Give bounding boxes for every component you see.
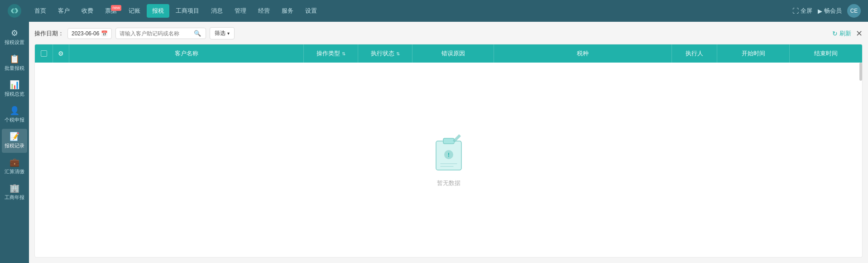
- top-nav: 首页客户收费票据new记账报税工商项目消息管理经营服务设置 ⛶ 全屏 ▶ 畅会员…: [0, 0, 868, 22]
- nav-right: ⛶ 全屏 ▶ 畅会员 CE: [792, 4, 861, 18]
- th-tax-type: 税种: [494, 44, 672, 63]
- sidebar-item-工商年报[interactable]: 🏢 工商年报: [2, 180, 27, 205]
- sidebar-label-批量报税: 批量报税: [5, 65, 24, 72]
- th-error-reason: 错误原因: [412, 44, 494, 63]
- filter-btn[interactable]: 筛选 ▾: [210, 27, 235, 39]
- th-start-time: 开始时间: [717, 44, 790, 63]
- nav-item-首页[interactable]: 首页: [29, 4, 52, 18]
- sidebar-icon-报税设置: ⚙: [11, 29, 18, 37]
- date-input[interactable]: 2023-06-06 📅: [67, 28, 112, 39]
- nav-item-服务[interactable]: 服务: [276, 4, 299, 18]
- sidebar-item-报税记录[interactable]: 📝 报税记录: [2, 129, 27, 153]
- refresh-label: 刷新: [839, 29, 851, 38]
- date-label: 操作日期：: [34, 29, 64, 38]
- sidebar-icon-汇算清缴: 💼: [10, 158, 19, 166]
- member-btn[interactable]: ▶ 畅会员: [818, 7, 842, 15]
- sidebar-icon-工商年报: 🏢: [10, 184, 19, 192]
- sidebar-icon-报税总览: 📊: [10, 81, 19, 89]
- nav-item-收费[interactable]: 收费: [76, 4, 99, 18]
- fullscreen-icon: ⛶: [792, 7, 799, 15]
- scroll-indicator[interactable]: [859, 63, 862, 81]
- sidebar-item-个税申报[interactable]: 👤 个税申报: [2, 103, 27, 127]
- sort-icon-op-type: ⇅: [342, 51, 345, 56]
- refresh-btn[interactable]: ↻ 刷新: [832, 29, 851, 38]
- th-executor: 执行人: [672, 44, 717, 63]
- nav-item-记账[interactable]: 记账: [123, 4, 146, 18]
- sidebar-label-个税申报: 个税申报: [5, 117, 24, 123]
- main-layout: ⚙ 报税设置 📋 批量报税 📊 报税总览 👤 个税申报 📝 报税记录 💼 汇算清…: [0, 22, 868, 263]
- nav-item-消息[interactable]: 消息: [206, 4, 228, 18]
- th-end-time: 结束时间: [790, 44, 862, 63]
- empty-text: 暂无数据: [437, 179, 460, 187]
- sidebar-item-报税总览[interactable]: 📊 报税总览: [2, 77, 27, 101]
- th-settings[interactable]: ⚙: [53, 44, 69, 63]
- header-checkbox[interactable]: [41, 50, 47, 57]
- toolbar: 操作日期： 2023-06-06 📅 🔍 筛选 ▾ ↻ 刷新 ✕: [34, 27, 863, 39]
- svg-point-1: [13, 9, 16, 13]
- sidebar-icon-报税记录: 📝: [10, 132, 19, 141]
- sidebar-label-报税总览: 报税总览: [5, 91, 24, 97]
- toolbar-right: ↻ 刷新 ✕: [832, 29, 863, 38]
- sidebar-icon-批量报税: 📋: [10, 55, 19, 63]
- nav-item-管理[interactable]: 管理: [229, 4, 252, 18]
- member-label: 畅会员: [824, 7, 842, 15]
- avatar[interactable]: CE: [847, 4, 861, 18]
- sidebar-label-报税记录: 报税记录: [5, 142, 24, 149]
- empty-illustration: !: [431, 133, 467, 174]
- th-exec-status: 执行状态 ⇅: [358, 44, 412, 63]
- nav-item-报税[interactable]: 报税: [147, 4, 169, 18]
- fullscreen-btn[interactable]: ⛶ 全屏: [792, 7, 812, 15]
- close-btn[interactable]: ✕: [856, 29, 863, 38]
- search-icon: 🔍: [194, 30, 201, 37]
- nav-item-客户[interactable]: 客户: [53, 4, 75, 18]
- calendar-icon: 📅: [101, 30, 108, 37]
- nav-items: 首页客户收费票据new记账报税工商项目消息管理经营服务设置: [29, 4, 322, 18]
- refresh-icon: ↻: [832, 30, 838, 37]
- nav-item-经营[interactable]: 经营: [253, 4, 275, 18]
- content-area: 操作日期： 2023-06-06 📅 🔍 筛选 ▾ ↻ 刷新 ✕: [29, 22, 868, 263]
- sidebar: ⚙ 报税设置 📋 批量报税 📊 报税总览 👤 个税申报 📝 报税记录 💼 汇算清…: [0, 22, 29, 263]
- svg-text:!: !: [447, 151, 449, 158]
- th-client-name: 客户名称: [69, 44, 304, 63]
- filter-label: 筛选: [215, 29, 225, 37]
- nav-item-设置[interactable]: 设置: [300, 4, 322, 18]
- search-input[interactable]: [120, 30, 192, 37]
- sidebar-item-汇算清缴[interactable]: 💼 汇算清缴: [2, 155, 27, 179]
- sidebar-item-报税设置[interactable]: ⚙ 报税设置: [2, 25, 27, 49]
- search-box: 🔍: [115, 28, 206, 39]
- nav-item-工商项目[interactable]: 工商项目: [170, 4, 205, 18]
- nav-badge-票据: new: [111, 5, 121, 11]
- th-checkbox: [35, 44, 53, 63]
- logo[interactable]: [7, 4, 22, 18]
- th-op-type: 操作类型 ⇅: [304, 44, 358, 63]
- sort-icon-exec-status: ⇅: [396, 51, 400, 56]
- table-header: ⚙ 客户名称 操作类型 ⇅ 执行状态 ⇅ 错误原因 税种: [35, 44, 862, 63]
- settings-icon: ⚙: [58, 50, 64, 57]
- sidebar-item-批量报税[interactable]: 📋 批量报税: [2, 51, 27, 75]
- empty-state: ! 暂无数据: [412, 115, 485, 205]
- table-container: ⚙ 客户名称 操作类型 ⇅ 执行状态 ⇅ 错误原因 税种: [34, 44, 863, 258]
- sidebar-icon-个税申报: 👤: [10, 107, 19, 115]
- chevron-down-icon: ▾: [227, 31, 230, 36]
- sidebar-label-报税设置: 报税设置: [5, 39, 24, 46]
- video-icon: ▶: [818, 8, 822, 15]
- nav-item-票据[interactable]: 票据new: [100, 4, 122, 18]
- sidebar-label-汇算清缴: 汇算清缴: [5, 168, 24, 175]
- table-body: ! 暂无数据: [35, 63, 862, 257]
- fullscreen-label: 全屏: [801, 7, 812, 15]
- sidebar-label-工商年报: 工商年报: [5, 194, 24, 201]
- date-value: 2023-06-06: [72, 30, 99, 37]
